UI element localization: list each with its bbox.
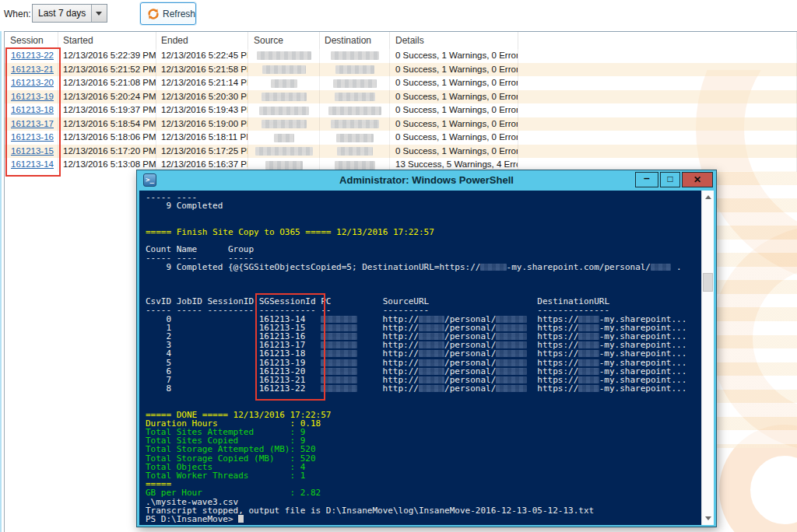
ended-cell: 12/13/2016 5:22:45 PM: [156, 49, 248, 63]
redacted-text: [321, 359, 356, 366]
source-cell-redacted: [248, 49, 320, 63]
table-row[interactable]: 161213-1812/13/2016 5:19:37 PM12/13/2016…: [5, 103, 797, 117]
redacted-text: [496, 341, 527, 348]
redacted-text: [496, 359, 527, 366]
session-link[interactable]: 161213-19: [11, 92, 54, 101]
session-link[interactable]: 161213-16: [11, 132, 54, 142]
console-viewport[interactable]: ----- ---- 9 Completed===== Finish Site …: [139, 191, 714, 525]
session-link[interactable]: 161213-21: [11, 65, 54, 74]
session-cell: 161213-22: [5, 49, 58, 63]
redacted-text: [321, 376, 356, 383]
console-output: ----- ---- 9 Completed===== Finish Site …: [146, 193, 686, 523]
scroll-down-button[interactable]: [703, 513, 714, 524]
source-cell-redacted: [248, 76, 320, 90]
session-cell: 161213-20: [5, 76, 58, 90]
started-cell: 12/13/2016 5:21:52 PM: [58, 63, 156, 77]
redacted-text: [419, 333, 444, 340]
column-header-started[interactable]: Started: [58, 32, 156, 49]
details-cell: 0 Success, 1 Warnings, 0 Errors: [390, 90, 518, 104]
redacted-text: [578, 316, 599, 323]
redacted-text: [496, 316, 527, 323]
started-cell: 12/13/2016 5:20:24 PM: [58, 90, 156, 104]
minimize-button[interactable]: –: [635, 172, 658, 187]
powershell-titlebar[interactable]: >_ Administrator: Windows PowerShell – □…: [137, 170, 716, 191]
redacted-text: [578, 359, 599, 366]
session-link[interactable]: 161213-20: [11, 78, 54, 87]
redacted-text: [651, 264, 671, 271]
redacted-text: [496, 333, 527, 340]
session-cell: 161213-21: [5, 63, 58, 77]
cursor: [238, 515, 244, 523]
table-row[interactable]: 161213-1712/13/2016 5:18:54 PM12/13/2016…: [5, 117, 797, 131]
started-cell: 12/13/2016 5:19:37 PM: [58, 103, 156, 117]
destination-cell-redacted: [320, 103, 390, 117]
details-cell: 0 Success, 1 Warnings, 0 Errors: [390, 76, 518, 90]
redacted-text: [578, 350, 599, 357]
column-header-source[interactable]: Source: [248, 32, 320, 49]
console-line: [146, 271, 686, 280]
column-header-destination[interactable]: Destination: [320, 32, 390, 49]
started-cell: 12/13/2016 5:22:39 PM: [58, 49, 156, 63]
source-cell-redacted: [248, 131, 320, 145]
redacted-text: [419, 350, 444, 357]
table-row[interactable]: 161213-1512/13/2016 5:17:20 PM12/13/2016…: [5, 145, 797, 159]
console-line: 9 Completed: [146, 201, 686, 210]
session-link[interactable]: 161213-15: [11, 146, 54, 156]
details-cell: 0 Success, 1 Warnings, 0 Errors: [390, 145, 518, 159]
maximize-button[interactable]: □: [660, 172, 680, 187]
redacted-text: [480, 264, 506, 271]
refresh-icon: [147, 8, 160, 20]
details-cell: 0 Success, 1 Warnings, 0 Errors: [390, 63, 518, 77]
redacted-text: [496, 376, 527, 383]
session-cell: 161213-17: [5, 117, 58, 131]
redacted-text: [419, 316, 444, 323]
ended-cell: 12/13/2016 5:19:43 PM: [156, 103, 248, 117]
window-edge: [0, 0, 2, 532]
dropdown-arrow-button[interactable]: [91, 5, 107, 22]
table-row[interactable]: 161213-2012/13/2016 5:21:08 PM12/13/2016…: [5, 76, 797, 90]
column-header-session[interactable]: Session: [5, 32, 58, 49]
table-row[interactable]: 161213-2212/13/2016 5:22:39 PM12/13/2016…: [5, 49, 797, 63]
scrollbar[interactable]: [701, 191, 714, 525]
redacted-text: [496, 324, 527, 331]
session-link[interactable]: 161213-22: [11, 51, 54, 60]
scroll-up-button[interactable]: [703, 191, 714, 202]
table-row[interactable]: 161213-2112/13/2016 5:21:52 PM12/13/2016…: [5, 63, 797, 77]
scroll-thumb[interactable]: [703, 273, 713, 292]
toolbar: When: Last 7 days Refresh: [0, 0, 797, 31]
refresh-label: Refresh: [163, 9, 195, 19]
table-row[interactable]: 161213-1912/13/2016 5:20:24 PM12/13/2016…: [5, 90, 797, 104]
console-line: [146, 393, 686, 401]
session-link[interactable]: 161213-17: [11, 119, 54, 128]
redacted-text: [419, 368, 444, 375]
close-button[interactable]: ✕: [682, 172, 713, 187]
redacted-text: [419, 376, 444, 383]
redacted-text: [496, 385, 527, 392]
table-body: 161213-2212/13/2016 5:22:39 PM12/13/2016…: [5, 49, 797, 172]
table-row[interactable]: 161213-1612/13/2016 5:18:06 PM12/13/2016…: [5, 131, 797, 145]
when-range-value: Last 7 days: [38, 8, 86, 19]
chevron-down-icon: [96, 12, 102, 16]
source-cell-redacted: [248, 103, 320, 117]
session-cell: 161213-14: [5, 158, 58, 172]
source-cell-redacted: [248, 90, 320, 104]
powershell-window[interactable]: >_ Administrator: Windows PowerShell – □…: [136, 170, 717, 527]
table-header-row: SessionStartedEndedSourceDestinationDeta…: [5, 32, 797, 49]
redacted-text: [419, 324, 444, 331]
console-line: ===== Finish Site Copy to O365 ===== 12/…: [146, 228, 686, 236]
ended-cell: 12/13/2016 5:17:25 PM: [156, 145, 248, 159]
details-cell: 0 Success, 1 Warnings, 0 Errors: [390, 103, 518, 117]
destination-cell-redacted: [320, 131, 390, 145]
column-header-details[interactable]: Details: [390, 32, 518, 49]
redacted-text: [419, 385, 444, 392]
session-link[interactable]: 161213-18: [11, 105, 54, 114]
started-cell: 12/13/2016 5:17:20 PM: [58, 145, 156, 159]
refresh-button[interactable]: Refresh: [140, 2, 196, 25]
source-cell-redacted: [248, 63, 320, 77]
ended-cell: 12/13/2016 5:21:58 PM: [156, 63, 248, 77]
when-range-dropdown[interactable]: Last 7 days: [32, 4, 107, 23]
column-header-ended[interactable]: Ended: [156, 32, 248, 49]
redacted-text: [419, 341, 444, 348]
session-link[interactable]: 161213-14: [11, 159, 54, 169]
redacted-text: [321, 324, 356, 331]
